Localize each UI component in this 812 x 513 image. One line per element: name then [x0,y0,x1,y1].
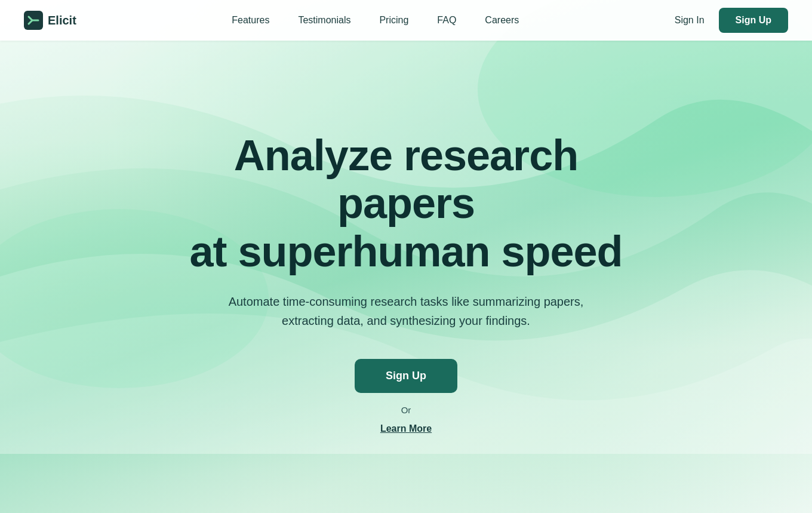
signup-nav-button[interactable]: Sign Up [719,8,788,33]
hero-or-text: Or [401,405,411,415]
nav-links: Features Testimonials Pricing FAQ Career… [232,15,519,26]
logo-icon [24,11,43,30]
hero-subtitle: Automate time-consuming research tasks l… [227,292,585,330]
nav-actions: Sign In Sign Up [675,8,788,33]
hero-learn-more-button[interactable]: Learn More [380,423,432,434]
hero-section: Analyze research papers at superhuman sp… [0,0,812,513]
main-nav: Elicit Features Testimonials Pricing FAQ… [0,0,812,41]
brand-logo[interactable]: Elicit [24,11,76,30]
hero-content: Analyze research papers at superhuman sp… [137,96,675,459]
nav-item-testimonials[interactable]: Testimonials [298,15,350,25]
brand-name: Elicit [48,14,76,27]
nav-item-faq[interactable]: FAQ [437,15,456,25]
hero-title: Analyze research papers at superhuman sp… [161,131,651,276]
nav-item-features[interactable]: Features [232,15,269,25]
signin-link[interactable]: Sign In [675,15,705,26]
hero-signup-button[interactable]: Sign Up [355,359,457,393]
nav-item-pricing[interactable]: Pricing [379,15,408,25]
nav-item-careers[interactable]: Careers [485,15,519,25]
